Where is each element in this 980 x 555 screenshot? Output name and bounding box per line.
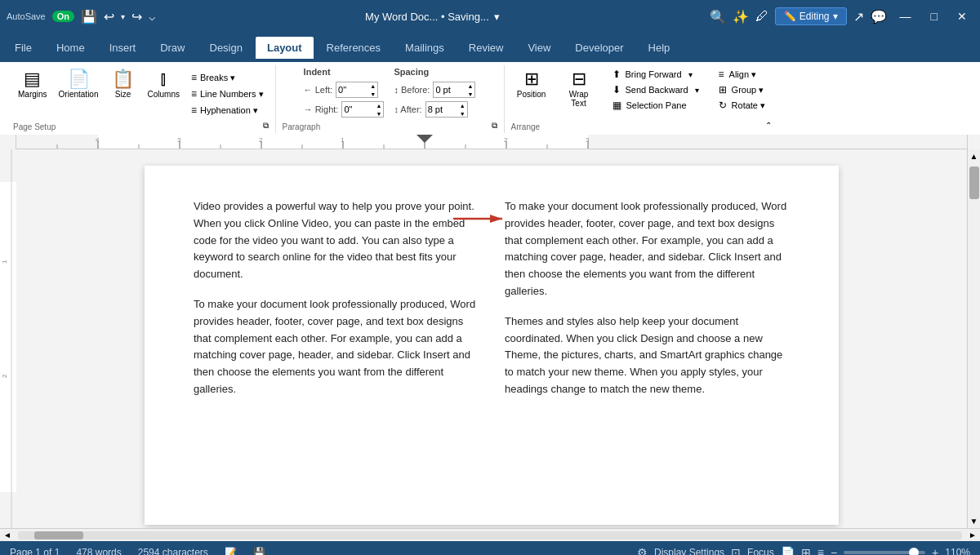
redo-icon[interactable]: ↪: [131, 9, 142, 24]
size-icon: 📋: [112, 70, 134, 88]
view-mode-icon[interactable]: 📄: [781, 546, 795, 555]
tab-file[interactable]: File: [3, 37, 43, 59]
group-button[interactable]: ⊞ Group ▾: [712, 82, 772, 97]
editing-button[interactable]: ✏️ Editing ▾: [775, 7, 847, 25]
wrap-text-label: WrapText: [569, 90, 589, 108]
arrange-expand[interactable]: ⌃: [765, 121, 772, 130]
spacing-before-field[interactable]: [435, 85, 465, 95]
tab-references[interactable]: References: [315, 37, 392, 59]
tab-view[interactable]: View: [516, 37, 562, 59]
arrange-footer: Arrange ⌃: [511, 119, 773, 131]
autosave-toggle[interactable]: On: [52, 11, 74, 22]
tab-layout[interactable]: Layout: [256, 37, 314, 59]
indent-right-input[interactable]: ▲ ▼: [341, 101, 384, 118]
char-count: 2594 characters: [138, 547, 208, 555]
tab-review[interactable]: Review: [457, 37, 515, 59]
spacing-after-up[interactable]: ▲: [458, 102, 467, 110]
scroll-thumb[interactable]: [969, 166, 979, 199]
tab-design[interactable]: Design: [198, 37, 254, 59]
send-backward-dropdown[interactable]: ▾: [695, 86, 699, 95]
position-button[interactable]: ⊞ Position: [511, 67, 552, 102]
customize-icon[interactable]: ⌵: [149, 10, 155, 23]
hyphenation-button[interactable]: ≡ Hyphenation ▾: [186, 103, 269, 118]
display-settings-icon[interactable]: ⚙: [637, 546, 648, 555]
focus-icon[interactable]: ⊡: [731, 546, 741, 555]
align-button[interactable]: ≡ Align ▾: [712, 67, 772, 82]
arrange-columns: ⊞ Position ⊟ WrapText ⬆ Bring Forward ▾: [511, 67, 773, 113]
spacing-after-input[interactable]: ▲ ▼: [425, 101, 468, 118]
indent-left-down[interactable]: ▼: [368, 91, 377, 99]
close-button[interactable]: ✕: [951, 8, 973, 24]
comment-icon[interactable]: 💬: [871, 9, 887, 24]
spacing-before-spinners: ▲ ▼: [466, 82, 475, 97]
paragraph-content: Indent ← Left: ▲ ▼ → Right:: [304, 67, 476, 118]
share-icon[interactable]: ↗: [853, 9, 864, 24]
page-setup-expand[interactable]: ⧉: [263, 121, 269, 131]
maximize-button[interactable]: □: [924, 8, 944, 24]
view-mode-icon2[interactable]: ⊞: [801, 546, 811, 555]
wrap-text-button[interactable]: ⊟ WrapText: [559, 67, 599, 111]
indent-left-field[interactable]: [338, 85, 368, 95]
hscroll-right-arrow[interactable]: ►: [965, 531, 980, 539]
position-wrap-col: ⊞ Position: [511, 67, 552, 113]
size-button[interactable]: 📋 Size: [105, 67, 141, 118]
columns-button[interactable]: ⫿ Columns: [143, 67, 185, 118]
zoom-in-button[interactable]: +: [932, 546, 938, 555]
tab-insert[interactable]: Insert: [98, 37, 148, 59]
focus-label[interactable]: Focus: [747, 547, 774, 555]
spacing-after-field[interactable]: [428, 104, 457, 114]
orientation-button[interactable]: 📄 Orientation: [54, 67, 104, 118]
spacing-before-input[interactable]: ▲ ▼: [433, 82, 475, 98]
hscroll-thumb[interactable]: [34, 531, 83, 539]
tab-help[interactable]: Help: [637, 37, 682, 59]
scroll-up-arrow[interactable]: ▲: [968, 149, 980, 163]
spacing-before-up[interactable]: ▲: [466, 82, 475, 91]
line-numbers-button[interactable]: ≡ Line Numbers ▾: [186, 87, 269, 101]
copilot-icon[interactable]: ✨: [733, 9, 749, 24]
tab-developer[interactable]: Developer: [564, 37, 635, 59]
zoom-thumb[interactable]: [909, 548, 919, 555]
undo-dropdown-icon[interactable]: ▾: [121, 12, 125, 21]
margins-button[interactable]: ▤ Margins: [13, 67, 52, 118]
main-area: 1 2 Video provides a powerful way to hel…: [0, 149, 980, 528]
send-backward-button[interactable]: ⬇ Send Backward ▾: [606, 82, 706, 97]
editing-dropdown-icon: ▾: [833, 11, 838, 22]
minimize-button[interactable]: —: [893, 8, 918, 24]
scroll-down-arrow[interactable]: ▼: [968, 514, 980, 528]
hscroll-left-arrow[interactable]: ◄: [0, 531, 15, 539]
rotate-label: Rotate ▾: [732, 100, 765, 111]
indent-left-input[interactable]: ▲ ▼: [336, 82, 378, 98]
indent-left-up[interactable]: ▲: [368, 82, 377, 91]
save-icon[interactable]: 💾: [81, 9, 97, 24]
tab-mailings[interactable]: Mailings: [394, 37, 456, 59]
indent-right-field[interactable]: [344, 104, 373, 114]
breaks-button[interactable]: ≡ Breaks ▾: [186, 70, 269, 85]
selection-pane-button[interactable]: ▦ Selection Pane: [606, 98, 706, 113]
display-settings-label[interactable]: Display Settings: [654, 547, 724, 555]
line-numbers-icon: ≡: [191, 88, 197, 100]
indent-right-down[interactable]: ▼: [374, 110, 383, 118]
title-dropdown-icon[interactable]: ▾: [494, 11, 500, 23]
paragraph-expand[interactable]: ⧉: [492, 121, 497, 131]
document-page: Video provides a powerful way to help yo…: [145, 166, 839, 525]
zoom-level[interactable]: 110%: [945, 547, 970, 555]
zoom-out-button[interactable]: −: [831, 546, 837, 555]
search-icon[interactable]: 🔍: [710, 9, 726, 24]
bring-forward-dropdown[interactable]: ▾: [688, 70, 693, 79]
rotate-button[interactable]: ↻ Rotate ▾: [712, 98, 772, 113]
view-mode-icon3[interactable]: ≡: [817, 546, 824, 555]
tab-draw[interactable]: Draw: [149, 37, 196, 59]
zoom-slider[interactable]: [844, 551, 925, 554]
tab-home[interactable]: Home: [45, 37, 96, 59]
vertical-ruler-svg: 1 2: [0, 149, 16, 528]
indent-left-spinners: ▲ ▼: [368, 82, 377, 97]
bring-forward-button[interactable]: ⬆ Bring Forward ▾: [606, 67, 706, 82]
spacing-before-down[interactable]: ▼: [466, 91, 475, 99]
indent-right-up[interactable]: ▲: [374, 102, 383, 110]
undo-icon[interactable]: ↩: [104, 9, 114, 24]
paragraph-group: Indent ← Left: ▲ ▼ → Right:: [276, 65, 505, 133]
pen-icon[interactable]: 🖊: [755, 9, 768, 24]
selection-pane-icon: ▦: [612, 100, 621, 111]
spacing-after-down[interactable]: ▼: [458, 110, 467, 118]
page-setup-footer: Page Setup ⧉: [13, 119, 269, 131]
